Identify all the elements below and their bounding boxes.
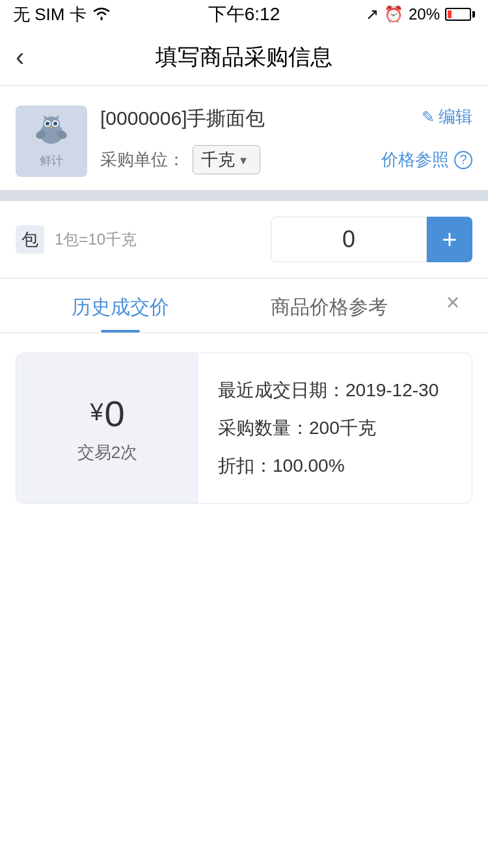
product-card: 鲜计 [0000006]手撕面包 ✎ 编辑 采购单位： 千克 ▾ 价格参照 ? bbox=[0, 86, 488, 191]
quantity-plus-button[interactable]: + bbox=[427, 217, 472, 262]
tab-history-price-label: 历史成交价 bbox=[72, 296, 169, 318]
price-reference-button[interactable]: 价格参照 ? bbox=[381, 148, 472, 171]
transaction-price: ¥ 0 bbox=[90, 392, 124, 435]
edit-icon: ✎ bbox=[422, 108, 435, 126]
price-ref-help-icon: ? bbox=[454, 151, 472, 169]
tab-active-indicator bbox=[101, 330, 140, 332]
quantity-input-wrap: + bbox=[271, 217, 472, 262]
product-logo-label: 鲜计 bbox=[40, 153, 63, 169]
back-button[interactable]: ‹ bbox=[16, 42, 24, 72]
currency-symbol: ¥ bbox=[90, 399, 103, 426]
transaction-discount-row: 折扣：100.00% bbox=[218, 452, 452, 480]
discount-label: 折扣： bbox=[218, 455, 273, 476]
battery-icon bbox=[445, 8, 475, 21]
unit-row: 采购单位： 千克 ▾ bbox=[100, 145, 260, 174]
discount-value: 100.00% bbox=[273, 455, 345, 476]
unit-label: 采购单位： bbox=[100, 148, 185, 171]
bottom-empty-area bbox=[0, 523, 488, 868]
transaction-recent-date-row: 最近成交日期：2019-12-30 bbox=[218, 377, 452, 404]
transaction-price-panel: ¥ 0 交易2次 bbox=[16, 353, 198, 503]
status-right: ↗ ⏰ 20% bbox=[366, 5, 475, 23]
unit-value: 千克 bbox=[201, 148, 235, 171]
transaction-card: ¥ 0 交易2次 最近成交日期：2019-12-30 采购数量：200千克 折扣… bbox=[16, 353, 472, 504]
transaction-area: ¥ 0 交易2次 最近成交日期：2019-12-30 采购数量：200千克 折扣… bbox=[0, 333, 488, 523]
page-title: 填写商品采购信息 bbox=[156, 42, 332, 72]
svg-point-4 bbox=[46, 122, 49, 126]
tab-product-price-ref-label: 商品价格参考 bbox=[271, 296, 388, 318]
tab-history-price[interactable]: 历史成交价 bbox=[16, 278, 224, 332]
tabs-close-button[interactable]: × bbox=[433, 283, 472, 322]
dropdown-arrow-icon: ▾ bbox=[240, 152, 247, 168]
product-meta: 采购单位： 千克 ▾ 价格参照 ? bbox=[100, 145, 472, 174]
purchase-qty-value: 200千克 bbox=[309, 418, 376, 438]
recent-date-label: 最近成交日期： bbox=[218, 380, 346, 400]
battery-percent: 20% bbox=[409, 5, 440, 23]
unit-badge: 包 bbox=[16, 225, 44, 254]
product-logo-icon bbox=[32, 114, 71, 150]
quantity-row: 包 1包=10千克 + bbox=[0, 201, 488, 278]
sim-text: 无 SIM 卡 bbox=[13, 3, 87, 26]
nav-arrow-icon: ↗ bbox=[366, 5, 379, 23]
nav-bar: ‹ 填写商品采购信息 bbox=[0, 29, 488, 86]
section-divider bbox=[0, 191, 488, 201]
tab-product-price-ref[interactable]: 商品价格参考 bbox=[224, 278, 433, 332]
transaction-purchase-qty-row: 采购数量：200千克 bbox=[218, 414, 452, 442]
status-bar: 无 SIM 卡 下午6:12 ↗ ⏰ 20% bbox=[0, 0, 488, 29]
price-ref-label: 价格参照 bbox=[381, 148, 449, 171]
product-info: [0000006]手撕面包 ✎ 编辑 采购单位： 千克 ▾ 价格参照 ? bbox=[100, 105, 472, 174]
quantity-input[interactable] bbox=[271, 217, 427, 262]
tabs-section: 历史成交价 商品价格参考 × ¥ 0 交易2次 最近成交日期：2019-12-3… bbox=[0, 278, 488, 523]
unit-conversion-text: 1包=10千克 bbox=[55, 229, 137, 250]
purchase-qty-label: 采购数量： bbox=[218, 418, 309, 438]
product-image: 鲜计 bbox=[16, 105, 87, 177]
status-time: 下午6:12 bbox=[208, 2, 280, 27]
tabs-header: 历史成交价 商品价格参考 × bbox=[0, 278, 488, 333]
product-header: [0000006]手撕面包 ✎ 编辑 bbox=[100, 105, 472, 132]
edit-button[interactable]: ✎ 编辑 bbox=[422, 105, 472, 128]
svg-point-5 bbox=[53, 122, 57, 126]
status-left: 无 SIM 卡 bbox=[13, 3, 111, 26]
transaction-price-value: 0 bbox=[104, 392, 124, 435]
product-name: [0000006]手撕面包 bbox=[100, 105, 265, 132]
transaction-count: 交易2次 bbox=[77, 441, 137, 464]
unit-select-dropdown[interactable]: 千克 ▾ bbox=[193, 145, 260, 174]
alarm-icon: ⏰ bbox=[384, 5, 403, 23]
edit-label: 编辑 bbox=[439, 105, 472, 128]
transaction-details-panel: 最近成交日期：2019-12-30 采购数量：200千克 折扣：100.00% bbox=[198, 353, 472, 503]
recent-date-value: 2019-12-30 bbox=[346, 380, 439, 400]
wifi-icon bbox=[92, 5, 111, 25]
quantity-left: 包 1包=10千克 bbox=[16, 225, 137, 254]
